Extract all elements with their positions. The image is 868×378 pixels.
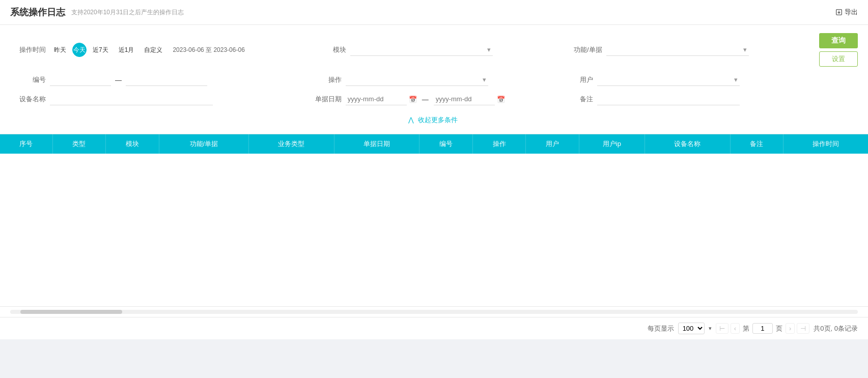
time-label: 操作时间 — [10, 45, 46, 54]
empty-area — [0, 154, 868, 306]
filter-area: 操作时间 昨天 今天 近7天 近1月 自定义 2023-06-06 至 2023… — [0, 25, 868, 134]
last-page-btn[interactable]: ⊣ — [797, 323, 809, 334]
time-btn-7days[interactable]: 近7天 — [89, 45, 113, 55]
collapse-bar[interactable]: ⋀ 收起更多条件 — [10, 112, 858, 130]
operation-label: 操作 — [314, 75, 342, 84]
next-page-btn[interactable]: › — [786, 323, 795, 334]
page-title: 系统操作日志 — [10, 6, 65, 18]
col-function: 功能/单据 — [159, 134, 248, 154]
col-op-time: 操作时间 — [783, 134, 868, 154]
collapse-chevron-icon: ⋀ — [408, 116, 414, 124]
page-suffix: 页 — [776, 324, 782, 333]
date-dash: — — [419, 96, 432, 103]
col-code: 编号 — [419, 134, 472, 154]
calendar-start-icon[interactable]: 📅 — [409, 96, 417, 103]
total-info: 共0页, 0条记录 — [814, 324, 858, 333]
scroll-bar-area — [0, 306, 868, 317]
module-select-wrapper: ▾ — [350, 44, 493, 56]
col-biz-type: 业务类型 — [249, 134, 334, 154]
time-filter-group: 操作时间 昨天 今天 近7天 近1月 自定义 2023-06-06 至 2023… — [10, 43, 298, 57]
col-index: 序号 — [0, 134, 52, 154]
pagination-nav: ⊢ ‹ 第 页 › ⊣ — [716, 323, 810, 334]
page-size-chevron-icon: ▾ — [709, 325, 712, 332]
filter-row-3: 设备名称 单据日期 📅 — 📅 备注 — [10, 93, 858, 105]
function-filter-group: 功能/单据 ▾ — [574, 44, 809, 56]
code-label: 编号 — [10, 75, 46, 84]
scrollbar-thumb[interactable] — [20, 310, 122, 314]
data-table: 序号 类型 模块 功能/单据 业务类型 单据日期 编号 操作 用户 用户ip 设… — [0, 134, 868, 154]
module-select[interactable] — [350, 44, 493, 55]
col-user: 用户 — [526, 134, 579, 154]
voucher-date-start-input[interactable] — [346, 93, 407, 105]
device-label: 设备名称 — [10, 95, 46, 104]
calendar-end-icon[interactable]: 📅 — [497, 96, 505, 103]
function-select-wrapper: ▾ — [606, 44, 749, 56]
voucher-date-filter-group: 单据日期 📅 — 📅 — [314, 93, 545, 105]
time-btn-today[interactable]: 今天 — [72, 43, 87, 57]
time-btn-yesterday[interactable]: 昨天 — [50, 45, 70, 55]
filter-row-2: 编号 — 操作 ▾ 用户 ▾ — [10, 74, 858, 86]
query-button[interactable]: 查询 — [819, 33, 858, 48]
module-label: 模块 — [318, 45, 346, 54]
col-remark: 备注 — [730, 134, 783, 154]
collapse-label: 收起更多条件 — [418, 116, 458, 124]
horizontal-scrollbar[interactable] — [10, 310, 858, 314]
user-label: 用户 — [565, 75, 593, 84]
table-container: 序号 类型 模块 功能/单据 业务类型 单据日期 编号 操作 用户 用户ip 设… — [0, 134, 868, 306]
first-page-btn[interactable]: ⊢ — [716, 323, 729, 334]
filter-row-1: 操作时间 昨天 今天 近7天 近1月 自定义 2023-06-06 至 2023… — [10, 33, 858, 67]
remark-label: 备注 — [565, 95, 593, 104]
time-btn-1month[interactable]: 近1月 — [115, 45, 138, 55]
pagination-bar: 每页显示 100 50 200 ▾ ⊢ ‹ 第 页 › ⊣ 共0页, 0条记录 — [0, 317, 868, 339]
device-input[interactable] — [50, 93, 213, 105]
page-input[interactable] — [752, 323, 773, 334]
operation-select[interactable] — [346, 74, 488, 85]
action-buttons: 查询 设置 — [819, 33, 858, 67]
user-select[interactable] — [597, 74, 740, 85]
voucher-date-end-input[interactable] — [434, 93, 495, 105]
time-buttons: 昨天 今天 近7天 近1月 自定义 — [50, 43, 166, 57]
page-size-select[interactable]: 100 50 200 — [678, 323, 705, 334]
function-label: 功能/单据 — [574, 45, 602, 54]
voucher-date-label: 单据日期 — [314, 95, 342, 104]
export-icon — [835, 9, 843, 16]
header-actions: 导出 — [835, 8, 858, 17]
time-btn-custom[interactable]: 自定义 — [140, 45, 166, 55]
page-size-label: 每页显示 — [648, 324, 674, 333]
user-select-wrapper: ▾ — [597, 74, 740, 86]
operation-select-wrapper: ▾ — [346, 74, 488, 86]
table-header-row: 序号 类型 模块 功能/单据 业务类型 单据日期 编号 操作 用户 用户ip 设… — [0, 134, 868, 154]
col-user-ip: 用户ip — [579, 134, 645, 154]
page-subtitle: 支持2020年10月31日之后产生的操作日志 — [71, 8, 184, 17]
function-select[interactable] — [606, 44, 749, 55]
voucher-date-range: 📅 — 📅 — [346, 93, 505, 105]
code-separator: — — [111, 76, 126, 84]
col-device: 设备名称 — [645, 134, 730, 154]
page-header: 系统操作日志 支持2020年10月31日之后产生的操作日志 导出 — [0, 0, 868, 25]
col-voucher-date: 单据日期 — [334, 134, 419, 154]
settings-button[interactable]: 设置 — [819, 51, 858, 67]
code-filter-group: 编号 — — [10, 74, 293, 86]
module-filter-group: 模块 ▾ — [318, 44, 553, 56]
time-range: 2023-06-06 至 2023-06-06 — [173, 46, 244, 54]
remark-filter-group: 备注 — [565, 93, 797, 105]
code-end-input[interactable] — [126, 74, 207, 86]
page-label: 第 — [743, 324, 749, 333]
operation-filter-group: 操作 ▾ — [314, 74, 545, 86]
device-filter-group: 设备名称 — [10, 93, 293, 105]
user-filter-group: 用户 ▾ — [565, 74, 797, 86]
code-start-input[interactable] — [50, 74, 111, 86]
remark-input[interactable] — [597, 93, 740, 105]
col-module: 模块 — [106, 134, 159, 154]
col-type: 类型 — [52, 134, 105, 154]
col-operation: 操作 — [472, 134, 525, 154]
table-header: 序号 类型 模块 功能/单据 业务类型 单据日期 编号 操作 用户 用户ip 设… — [0, 134, 868, 154]
export-button[interactable]: 导出 — [835, 8, 858, 17]
prev-page-btn[interactable]: ‹ — [731, 323, 740, 334]
